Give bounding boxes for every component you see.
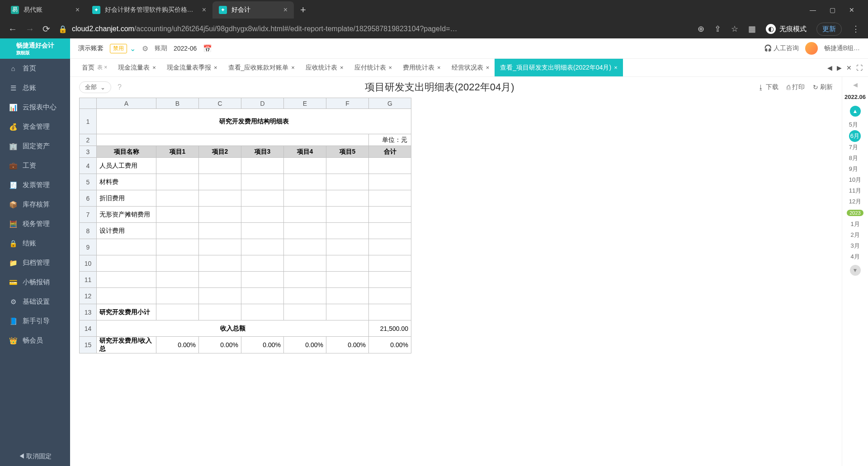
cell-10-F[interactable] bbox=[326, 255, 369, 272]
menu-icon[interactable]: ⋮ bbox=[852, 24, 860, 34]
row-2[interactable]: 2 bbox=[80, 134, 97, 146]
sidebar-item-12[interactable]: ⚙ 基础设置 bbox=[0, 292, 70, 311]
sidebar-item-9[interactable]: 🔒 结账 bbox=[0, 234, 70, 253]
sidebar-item-4[interactable]: 🏢 固定资产 bbox=[0, 137, 70, 156]
col-D[interactable]: D bbox=[241, 98, 284, 109]
tab-close-3[interactable]: × bbox=[291, 64, 295, 71]
window-close[interactable]: ✕ bbox=[849, 6, 854, 14]
tabs-next[interactable]: ▶ bbox=[837, 64, 842, 71]
cell-13-F[interactable] bbox=[326, 304, 369, 320]
cell-5-G[interactable] bbox=[369, 174, 411, 190]
month-9月[interactable]: 9月 bbox=[849, 164, 861, 174]
month-11月[interactable]: 11月 bbox=[849, 185, 861, 196]
window-minimize[interactable]: — bbox=[810, 6, 816, 14]
row-3[interactable]: 3 bbox=[80, 146, 97, 158]
cell-10-A[interactable] bbox=[97, 255, 156, 272]
user-name[interactable]: 畅捷通B组… bbox=[824, 44, 860, 52]
cell-11-G[interactable] bbox=[369, 272, 411, 288]
sidebar-item-8[interactable]: 🧮 税务管理 bbox=[0, 214, 70, 234]
cell-6-D[interactable] bbox=[241, 190, 284, 207]
sidebar-item-7[interactable]: 📦 库存核算 bbox=[0, 195, 70, 214]
month-3月[interactable]: 3月 bbox=[850, 240, 859, 251]
sidebar-item-2[interactable]: 📊 云报表中心 bbox=[0, 98, 70, 117]
content-tab-7[interactable]: 经营状况表× bbox=[446, 59, 495, 76]
update-button[interactable]: 更新 bbox=[816, 23, 842, 36]
cell-8-E[interactable] bbox=[284, 223, 326, 239]
month-10月[interactable]: 10月 bbox=[849, 174, 861, 185]
month-2月[interactable]: 2月 bbox=[850, 230, 859, 240]
cell-10-B[interactable] bbox=[156, 255, 199, 272]
row-6[interactable]: 6 bbox=[80, 190, 97, 207]
cell-7-F[interactable] bbox=[326, 207, 369, 223]
cell-12-A[interactable] bbox=[97, 288, 156, 304]
cell-8-D[interactable] bbox=[241, 223, 284, 239]
settings-icon[interactable]: ⚙ bbox=[142, 44, 148, 53]
cell-12-G[interactable] bbox=[369, 288, 411, 304]
content-tab-5[interactable]: 应付统计表× bbox=[349, 59, 398, 76]
row-5[interactable]: 5 bbox=[80, 174, 97, 190]
month-8月[interactable]: 8月 bbox=[849, 153, 861, 164]
row-8[interactable]: 8 bbox=[80, 223, 97, 239]
col-F[interactable]: F bbox=[326, 98, 369, 109]
cell-10-C[interactable] bbox=[199, 255, 241, 272]
tabs-fullscreen[interactable]: ⛶ bbox=[856, 64, 863, 71]
cell-9-C[interactable] bbox=[199, 239, 241, 255]
row-10[interactable]: 10 bbox=[80, 255, 97, 272]
tab-close-4[interactable]: × bbox=[340, 64, 344, 71]
row-14[interactable]: 14 bbox=[80, 320, 97, 337]
row-13[interactable]: 13 bbox=[80, 304, 97, 320]
nav-back[interactable]: ← bbox=[8, 24, 17, 34]
cell-4-C[interactable] bbox=[199, 158, 241, 174]
timeline-collapse[interactable]: ◀ bbox=[853, 81, 858, 88]
cell-11-D[interactable] bbox=[241, 272, 284, 288]
cell-5-C[interactable] bbox=[199, 174, 241, 190]
cell-10-G[interactable] bbox=[369, 255, 411, 272]
tab-close-2[interactable]: × bbox=[214, 64, 217, 71]
col-A[interactable]: A bbox=[97, 98, 156, 109]
row-11[interactable]: 11 bbox=[80, 272, 97, 288]
sidebar-item-6[interactable]: 🧾 发票管理 bbox=[0, 175, 70, 195]
cell-11-E[interactable] bbox=[284, 272, 326, 288]
sidebar-item-3[interactable]: 💰 资金管理 bbox=[0, 117, 70, 137]
tab-close-8[interactable]: × bbox=[614, 64, 618, 71]
share-icon[interactable]: ⇪ bbox=[714, 24, 721, 34]
month-12月[interactable]: 12月 bbox=[849, 196, 861, 207]
url-field[interactable]: 🔒 cloud2.chanjet.com/accounting/uh26t264… bbox=[58, 25, 689, 33]
filter-dropdown[interactable]: 全部 ⌄ bbox=[79, 81, 111, 93]
tabs-prev[interactable]: ◀ bbox=[827, 64, 832, 71]
logo[interactable]: 畅捷通好会计 旗舰版 bbox=[0, 38, 70, 59]
content-tab-1[interactable]: 现金流量表× bbox=[113, 59, 161, 76]
cell-9-B[interactable] bbox=[156, 239, 199, 255]
avatar[interactable] bbox=[805, 42, 818, 55]
content-tab-2[interactable]: 现金流量表季报× bbox=[161, 59, 223, 76]
tab-close-7[interactable]: × bbox=[486, 64, 490, 71]
row-12[interactable]: 12 bbox=[80, 288, 97, 304]
cell-7-E[interactable] bbox=[284, 207, 326, 223]
calendar-icon[interactable]: 📅 bbox=[203, 44, 212, 53]
tab-close-1[interactable]: × bbox=[152, 64, 156, 71]
cell-9-E[interactable] bbox=[284, 239, 326, 255]
cell-13-B[interactable] bbox=[156, 304, 199, 320]
cell-12-E[interactable] bbox=[284, 288, 326, 304]
month-4月[interactable]: 4月 bbox=[850, 251, 859, 262]
cell-8-B[interactable] bbox=[156, 223, 199, 239]
cell-11-B[interactable] bbox=[156, 272, 199, 288]
cell-8-G[interactable] bbox=[369, 223, 411, 239]
sidebar-item-0[interactable]: ⌂ 首页 bbox=[0, 59, 70, 78]
extensions-icon[interactable]: ▦ bbox=[748, 24, 756, 34]
sidebar-item-13[interactable]: 📘 新手引导 bbox=[0, 311, 70, 331]
content-tab-0[interactable]: 首页表 × bbox=[76, 59, 113, 76]
cell-13-G[interactable] bbox=[369, 304, 411, 320]
sidebar-unpin[interactable]: ◀ 取消固定 bbox=[0, 447, 70, 466]
cell-9-A[interactable] bbox=[97, 239, 156, 255]
cell-6-G[interactable] bbox=[369, 190, 411, 207]
col-B[interactable]: B bbox=[156, 98, 199, 109]
sidebar-item-10[interactable]: 📁 归档管理 bbox=[0, 253, 70, 273]
cell-13-D[interactable] bbox=[241, 304, 284, 320]
cell-7-D[interactable] bbox=[241, 207, 284, 223]
cell-11-A[interactable] bbox=[97, 272, 156, 288]
cell-9-G[interactable] bbox=[369, 239, 411, 255]
cell-4-E[interactable] bbox=[284, 158, 326, 174]
account-dropdown[interactable]: ⌄ bbox=[130, 44, 136, 53]
cell-10-E[interactable] bbox=[284, 255, 326, 272]
